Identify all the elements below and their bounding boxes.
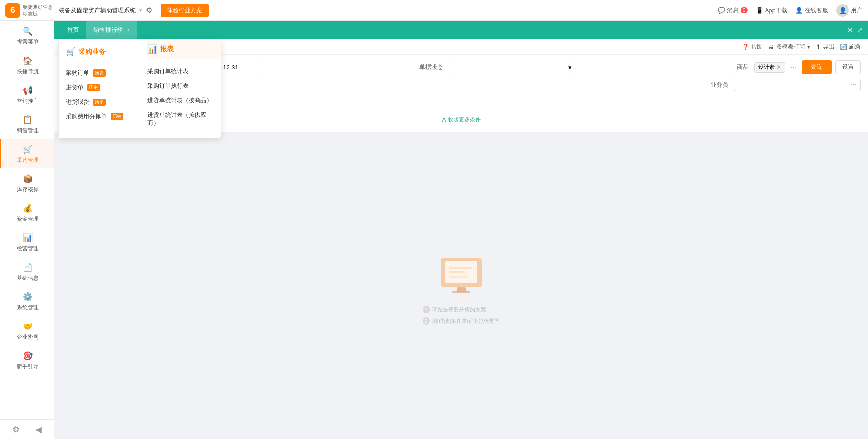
sidebar-item-search[interactable]: 🔍 搜索菜单 [0, 21, 54, 50]
system-title-text: 装备及固定资产辅助管理系统 [59, 6, 136, 15]
online-service-label: 在线客服 [805, 6, 828, 15]
empty-state: 1 请先选择要分析的方案 2 用[过滤]条件来缩小分析范围 [54, 132, 868, 439]
dropdown-item-incoming[interactable]: 进货单 历史 [66, 80, 132, 95]
status-select[interactable]: ▾ [449, 62, 575, 73]
operations-icon: 📊 [23, 233, 33, 243]
sidebar-item-purchase[interactable]: 🛒 采购管理 [0, 139, 54, 168]
goods-more-btn[interactable]: ··· [790, 63, 796, 71]
toolbar-export[interactable]: ⬆ 导出 [816, 43, 834, 51]
dropdown-left-header: 🛒 采购业务 [66, 47, 132, 60]
sidebar-item-inventory[interactable]: 📦 库存核算 [0, 168, 54, 198]
sidebar-item-system[interactable]: ⚙️ 系统管理 [0, 286, 54, 316]
goods-tag-value: 设计素 [758, 64, 775, 71]
empty-hint-1: 1 请先选择要分析的方案 [423, 306, 486, 314]
purchase-dropdown-menu: 🛒 采购业务 采购订单 历史 进货单 历史 进货退货 历史 采购费用分摊单 历史… [58, 39, 221, 138]
tab-expand-icon[interactable]: ⤢ [857, 26, 863, 35]
purchase-icon: 🛒 [23, 144, 33, 154]
online-service-item[interactable]: 👤 在线客服 [795, 6, 828, 15]
home-icon: 🏠 [23, 56, 33, 66]
dropdown-right-header-label: 报表 [160, 45, 174, 54]
sidebar-label-finance: 资金管理 [17, 215, 39, 223]
cooperation-icon: 🤝 [23, 321, 33, 331]
salesperson-more-btn[interactable]: ··· [851, 81, 857, 89]
tab-close-icon[interactable]: ✕ [126, 27, 130, 33]
topbar-right: 💬 消息 9 📱 App下载 👤 在线客服 👤 用户 [718, 4, 863, 17]
dropdown-item-incoming-stats-goods[interactable]: 进货单统计表（按商品） [147, 93, 214, 108]
title-dropdown-arrow[interactable]: ▾ [139, 7, 142, 14]
app-download-item[interactable]: 📱 App下载 [756, 6, 787, 15]
user-item[interactable]: 👤 用户 [836, 4, 863, 17]
toolbar-help[interactable]: ❓ 帮助 [742, 43, 763, 51]
sidebar-item-operations[interactable]: 📊 经营管理 [0, 227, 54, 257]
sidebar-item-marketing[interactable]: 📢 营销推广 [0, 80, 54, 109]
sidebar-label-basic: 基础信息 [17, 274, 39, 282]
sidebar-label-system: 系统管理 [17, 304, 39, 311]
logo-icon: 6 [5, 3, 20, 18]
sidebar-label-search: 搜索菜单 [17, 38, 39, 46]
svg-rect-3 [452, 291, 470, 293]
status-dropdown-icon: ▾ [568, 64, 571, 71]
sidebar-label-cooperation: 企业协同 [17, 333, 39, 341]
print-icon: 🖨 [768, 44, 774, 50]
status-label: 单据状态 [419, 63, 443, 71]
toolbar-refresh[interactable]: 🔄 刷新 [840, 43, 861, 51]
dropdown-right-col: 📊 报表 采购订单统计表 采购订单执行表 进货单统计表（按商品） 进货单统计表（… [147, 47, 214, 130]
goods-tag[interactable]: 设计素 ✕ [754, 62, 785, 73]
incoming-label: 进货单 [66, 84, 83, 92]
salesperson-label: 业务员 [711, 81, 728, 89]
collapse-up-icon: ⋀ [442, 116, 446, 123]
search-icon: 🔍 [23, 26, 33, 36]
purchase-order-history-badge: 历史 [93, 69, 106, 77]
filter-actions-1: 查询 设置 [802, 60, 861, 74]
sidebar-settings-icon[interactable]: ⚙ [12, 424, 20, 434]
tab-close-all-icon[interactable]: ✕ [847, 26, 853, 35]
marketing-icon: 📢 [23, 85, 33, 95]
dropdown-item-order-exec[interactable]: 采购订单执行表 [147, 79, 214, 93]
sidebar-item-guide[interactable]: 🎯 新手引导 [0, 345, 54, 375]
purchase-order-label: 采购订单 [66, 69, 89, 77]
topbar: 6 畅捷通好生意 标准版 装备及固定资产辅助管理系统 ▾ ⚙ 体验行业方案 💬 … [0, 0, 868, 21]
dropdown-left-header-label: 采购业务 [78, 48, 106, 56]
tab-sales-rank[interactable]: 销售排行榜 ✕ [86, 21, 137, 39]
inventory-icon: 📦 [23, 174, 33, 184]
guide-icon: 🎯 [23, 351, 33, 361]
settings-icon[interactable]: ⚙ [146, 6, 152, 15]
goods-tag-close-icon[interactable]: ✕ [776, 64, 781, 70]
dropdown-item-purchase-order[interactable]: 采购订单 历史 [66, 66, 132, 80]
salesperson-select[interactable]: ··· [734, 79, 861, 91]
sidebar-item-finance[interactable]: 💰 资金管理 [0, 198, 54, 227]
query-btn[interactable]: 查询 [802, 60, 832, 74]
dropdown-item-incoming-stats-supplier[interactable]: 进货单统计表（按供应商） [147, 108, 214, 130]
sidebar-item-sales[interactable]: 📋 销售管理 [0, 109, 54, 139]
basic-icon: 📄 [23, 262, 33, 272]
sidebar-label-quick: 快捷导航 [17, 68, 39, 75]
dropdown-right-header-icon: 📊 [147, 44, 157, 54]
tab-home[interactable]: 首页 [60, 21, 86, 39]
sidebar: 🔍 搜索菜单 🏠 快捷导航 📢 营销推广 📋 销售管理 🛒 采购管理 📦 库存核… [0, 21, 54, 439]
return-label: 进货退货 [66, 98, 89, 106]
sidebar-collapse-icon[interactable]: ◀ [35, 424, 42, 434]
messages-item[interactable]: 💬 消息 9 [718, 6, 748, 15]
messages-badge: 9 [741, 7, 748, 13]
sidebar-label-marketing: 营销推广 [17, 97, 39, 105]
toolbar-print[interactable]: 🖨 按模板打印 ▾ [768, 43, 810, 51]
messages-label: 消息 [727, 6, 739, 15]
industry-btn[interactable]: 体验行业方案 [161, 4, 209, 17]
svg-rect-5 [449, 271, 465, 273]
sidebar-item-cooperation[interactable]: 🤝 企业协同 [0, 316, 54, 345]
svg-rect-4 [449, 267, 472, 269]
system-icon: ⚙️ [23, 292, 33, 302]
sidebar-label-guide: 新手引导 [17, 363, 39, 370]
sidebar-item-basic[interactable]: 📄 基础信息 [0, 257, 54, 286]
dropdown-divider [140, 47, 140, 130]
dropdown-item-return[interactable]: 进货退货 历史 [66, 95, 132, 109]
settings-btn[interactable]: 设置 [835, 60, 861, 74]
tabbar-right: ✕ ⤢ [847, 26, 863, 35]
print-dropdown-icon[interactable]: ▾ [807, 44, 810, 50]
dropdown-item-order-stats[interactable]: 采购订单统计表 [147, 64, 214, 79]
dropdown-item-expense[interactable]: 采购费用分摊单 历史 [66, 109, 132, 124]
sidebar-item-quick[interactable]: 🏠 快捷导航 [0, 50, 54, 80]
goods-label: 商品 [737, 63, 749, 71]
logo-area: 6 畅捷通好生意 标准版 [5, 3, 55, 18]
tab-home-label: 首页 [67, 26, 79, 34]
